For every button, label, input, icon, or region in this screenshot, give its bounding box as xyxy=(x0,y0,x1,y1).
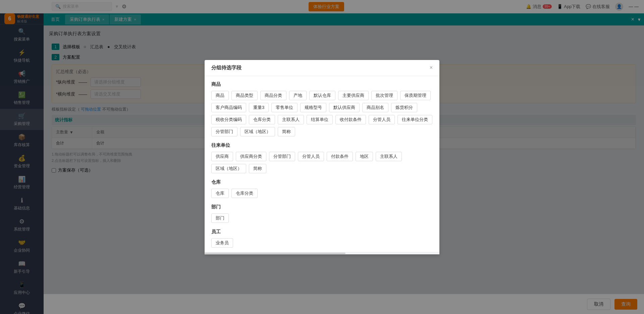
dialog-close-button[interactable]: × xyxy=(430,65,433,71)
tag-往来单位分类[interactable]: 往来单位分类 xyxy=(397,115,432,124)
section-employee: 员工业务员 xyxy=(211,229,433,248)
tag-简称[interactable]: 简称 xyxy=(249,164,266,173)
section-title-product: 商品 xyxy=(211,81,433,87)
tag-grid-product: 商品商品类型商品分类产地默认仓库主要供应商批次管理保质期管理客户商品编码重量3零… xyxy=(211,91,433,136)
tag-分管部门[interactable]: 分管部门 xyxy=(211,127,237,136)
tag-主联系人[interactable]: 主联系人 xyxy=(278,115,304,124)
dialog-overlay[interactable]: 分组待选字段 × 商品商品商品类型商品分类产地默认仓库主要供应商批次管理保质期管… xyxy=(0,0,644,314)
tag-税收分类编码[interactable]: 税收分类编码 xyxy=(211,115,246,124)
section-department: 部门部门 xyxy=(211,204,433,223)
tag-付款条件[interactable]: 付款条件 xyxy=(327,152,353,161)
tag-商品分类[interactable]: 商品分类 xyxy=(260,91,286,100)
tag-客户商品编码[interactable]: 客户商品编码 xyxy=(211,103,246,112)
tag-分管人员[interactable]: 分管人员 xyxy=(298,152,324,161)
tag-分管部门[interactable]: 分管部门 xyxy=(269,152,295,161)
tag-商品类型[interactable]: 商品类型 xyxy=(231,91,258,100)
tag-重量3[interactable]: 重量3 xyxy=(249,103,269,112)
tag-收付款条件[interactable]: 收付款条件 xyxy=(335,115,366,124)
tag-区域（地区）[interactable]: 区域（地区） xyxy=(240,127,275,136)
tag-业务员[interactable]: 业务员 xyxy=(211,238,233,248)
section-title-partner: 往来单位 xyxy=(211,142,433,148)
tag-批次管理[interactable]: 批次管理 xyxy=(371,91,397,100)
tag-grid-department: 部门 xyxy=(211,213,433,223)
tag-grid-partner: 供应商供应商分类分管部门分管人员付款条件地区主联系人区域（地区）简称 xyxy=(211,152,433,173)
tag-区域（地区）[interactable]: 区域（地区） xyxy=(211,164,246,173)
tag-主要供应商[interactable]: 主要供应商 xyxy=(338,91,369,100)
tag-保质期管理[interactable]: 保质期管理 xyxy=(400,91,431,100)
dialog-title: 分组待选字段 xyxy=(211,65,241,71)
dialog-header: 分组待选字段 × xyxy=(205,60,439,76)
tag-主联系人[interactable]: 主联系人 xyxy=(376,152,402,161)
section-warehouse: 仓库仓库仓库分类 xyxy=(211,179,433,198)
tag-仓库分类[interactable]: 仓库分类 xyxy=(231,189,258,198)
tag-简称[interactable]: 简称 xyxy=(278,127,295,136)
section-title-warehouse: 仓库 xyxy=(211,179,433,185)
tag-结算单位[interactable]: 结算单位 xyxy=(307,115,333,124)
tag-grid-employee: 业务员 xyxy=(211,238,433,248)
tag-分管人员[interactable]: 分管人员 xyxy=(369,115,395,124)
tag-供应商[interactable]: 供应商 xyxy=(211,152,233,161)
tag-规格型号[interactable]: 规格型号 xyxy=(300,103,326,112)
dialog: 分组待选字段 × 商品商品商品类型商品分类产地默认仓库主要供应商批次管理保质期管… xyxy=(205,60,439,254)
tag-默认供应商[interactable]: 默认供应商 xyxy=(329,103,360,112)
tag-产地[interactable]: 产地 xyxy=(289,91,307,100)
section-title-employee: 员工 xyxy=(211,229,433,235)
section-product: 商品商品商品类型商品分类产地默认仓库主要供应商批次管理保质期管理客户商品编码重量… xyxy=(211,81,433,136)
tag-地区[interactable]: 地区 xyxy=(356,152,373,161)
tag-炼货积分[interactable]: 炼货积分 xyxy=(391,103,417,112)
dialog-hscroll[interactable] xyxy=(205,252,439,254)
tag-商品[interactable]: 商品 xyxy=(211,91,229,100)
section-partner: 往来单位供应商供应商分类分管部门分管人员付款条件地区主联系人区域（地区）简称 xyxy=(211,142,433,173)
tag-部门[interactable]: 部门 xyxy=(211,213,229,223)
tag-商品别名[interactable]: 商品别名 xyxy=(362,103,388,112)
tag-供应商分类[interactable]: 供应商分类 xyxy=(236,152,266,161)
tag-默认仓库[interactable]: 默认仓库 xyxy=(309,91,335,100)
dialog-body[interactable]: 商品商品商品类型商品分类产地默认仓库主要供应商批次管理保质期管理客户商品编码重量… xyxy=(205,76,439,252)
tag-仓库分类[interactable]: 仓库分类 xyxy=(249,115,275,124)
tag-grid-warehouse: 仓库仓库分类 xyxy=(211,189,433,198)
hscroll-thumb xyxy=(205,253,345,254)
tag-零售单位[interactable]: 零售单位 xyxy=(271,103,298,112)
tag-仓库[interactable]: 仓库 xyxy=(211,189,229,198)
section-title-department: 部门 xyxy=(211,204,433,210)
